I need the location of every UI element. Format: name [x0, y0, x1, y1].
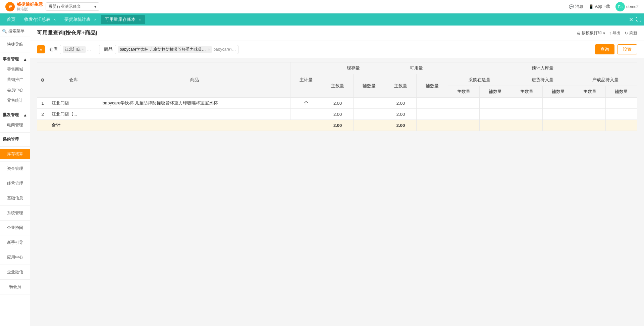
sidebar-item-retail-mall[interactable]: 零售商城 [0, 64, 30, 75]
sidebar-item-member[interactable]: 畅会员 [0, 282, 30, 292]
sidebar-section-wechat: 企业微信 [0, 265, 30, 280]
sidebar-header-wholesale[interactable]: 批发管理 ▲ [0, 110, 30, 120]
remove-warehouse-tag[interactable]: × [82, 47, 84, 51]
app-download-button[interactable]: 📱 App下载 [589, 4, 610, 9]
avatar: Ea [615, 2, 625, 11]
sidebar-item-newbie[interactable]: 新手引导 [0, 237, 30, 248]
th-purchase-transit: 采购在途量 [448, 74, 511, 86]
print-template-button[interactable]: 🖨 按模板打印 ▾ [576, 30, 605, 36]
query-button[interactable]: 查询 [595, 44, 614, 54]
product-label: 商品 [104, 46, 113, 52]
settings-icon[interactable]: ⚙ [41, 78, 45, 83]
product-filter-input[interactable]: babycare学饮杯 儿童防摔防撞吸管杯重力球吸嘴杯宝宝水杯 × babyca… [115, 45, 238, 54]
user-area[interactable]: Ea demo2 [615, 2, 639, 11]
warehouse-filter-input[interactable]: 江北门店 × ... [60, 45, 100, 54]
top-bar-right: 💬 消息 📱 App下载 Ea demo2 [569, 2, 639, 11]
filter-actions: 查询 设置 [595, 44, 637, 54]
app-icon: 📱 [589, 4, 594, 9]
refresh-button[interactable]: ↻ 刷新 [625, 30, 637, 36]
store-selector[interactable]: 母婴行业演示账套 ▾ [46, 2, 99, 11]
sidebar-quick-nav: 零售管理 快捷导航 [0, 37, 30, 52]
filter-group-warehouse: 仓库 江北门店 × ... [49, 45, 100, 54]
tab-close-order[interactable]: × [94, 17, 96, 21]
footer-available-main: 2.00 [385, 120, 417, 131]
sidebar-header-retail[interactable]: 零售管理 ▲ [0, 54, 30, 64]
tab-order-stats[interactable]: 要货单统计表 × [60, 15, 100, 24]
tab-receipt-summary[interactable]: 收发存汇总表 × [20, 15, 60, 24]
sidebar-section-operations: 经营管理 [0, 176, 30, 191]
sidebar-item-inventory[interactable]: 库存核算 [0, 149, 30, 159]
table-container: ⚙ 仓库 商品 主计量 现存量 可用量 预计入库量 主数量 辅数量 主数量 辅数… [30, 58, 644, 326]
search-icon: 🔍 [2, 29, 7, 34]
top-bar-left: 好 畅捷通好生意 标准版 母婴行业演示账套 ▾ [5, 2, 99, 11]
sidebar-item-members[interactable]: 会员中心 [0, 85, 30, 95]
warehouse-label: 仓库 [49, 46, 58, 52]
page-title: 可用量查询(按仓库+商品) [37, 30, 97, 41]
th-current-stock: 现存量 [322, 62, 385, 74]
th-planned-inbound: 预计入库量 [448, 62, 637, 74]
sidebar-section-apps: 应用中心 [0, 250, 30, 265]
th-product: 商品 [99, 62, 290, 98]
filter-group-product: 商品 babycare学饮杯 儿童防摔防撞吸管杯重力球吸嘴杯宝宝水杯 × bab… [104, 45, 238, 54]
footer-row: 合计 2.00 2.00 [37, 120, 637, 131]
sidebar-section-finance: 资金管理 [0, 161, 30, 176]
message-icon: 💬 [569, 4, 574, 9]
nav-controls: ✕ ⛶ [629, 16, 641, 23]
remove-product-tag[interactable]: × [208, 47, 210, 51]
sidebar-item-system[interactable]: 系统管理 [0, 208, 30, 218]
export-button[interactable]: ↑ 导出 [609, 30, 621, 36]
top-bar: 好 畅捷通好生意 标准版 母婴行业演示账套 ▾ 💬 消息 📱 App下载 Ea … [0, 0, 644, 13]
tab-close-receipt[interactable]: × [54, 17, 56, 21]
table-row: 2 江北门店【... 2.00 2.00 [37, 109, 637, 120]
table-row: 1 江北门店 babycare学饮杯 儿童防摔防撞吸管杯重力球吸嘴杯宝宝水杯 个… [37, 98, 637, 109]
th-warehouse: 仓库 [48, 62, 99, 98]
th-purchase-aux: 辅数量 [479, 86, 511, 98]
tab-close-available[interactable]: × [139, 17, 141, 21]
filter-area: » 仓库 江北门店 × ... 商品 babycare学饮杯 儿童防摔防撞吸管杯… [30, 41, 644, 58]
sidebar-section-newbie: 新手引导 [0, 235, 30, 250]
footer-current-main: 2.00 [322, 120, 354, 131]
close-all-button[interactable]: ✕ [629, 16, 633, 23]
print-icon: 🖨 [576, 31, 580, 36]
main-layout: 🔍 搜索菜单 零售管理 快捷导航 零售管理 ▲ 零售商城 营销推广 会员中心 零… [0, 26, 644, 326]
product-more[interactable]: babycare?... [213, 47, 235, 52]
logo-icon: 好 [5, 2, 15, 11]
sidebar-item-apps[interactable]: 应用中心 [0, 252, 30, 263]
warehouse-tag: 江北门店 × [63, 46, 86, 53]
sidebar-section-inventory: 库存核算 [0, 147, 30, 161]
sidebar-item-enterprise[interactable]: 企业协同 [0, 223, 30, 233]
sidebar-item-marketing[interactable]: 营销推广 [0, 75, 30, 85]
sidebar-section-retail: 零售管理 ▲ 零售商城 营销推广 会员中心 零售统计 [0, 52, 30, 108]
th-purchase-main: 主数量 [448, 86, 479, 98]
export-icon: ↑ [609, 31, 611, 36]
th-avail-aux: 辅数量 [417, 74, 448, 98]
th-current-main: 主数量 [322, 74, 354, 98]
sidebar-search[interactable]: 🔍 搜索菜单 [0, 26, 30, 37]
sidebar: 🔍 搜索菜单 零售管理 快捷导航 零售管理 ▲ 零售商城 营销推广 会员中心 零… [0, 26, 30, 326]
footer-label: 合计 [48, 120, 322, 131]
sidebar-item-ecommerce[interactable]: 电商管理 [0, 120, 30, 130]
logo-area: 好 畅捷通好生意 标准版 [5, 2, 43, 11]
expand-filter-button[interactable]: » [37, 45, 45, 53]
settings-button[interactable]: 设置 [617, 44, 637, 54]
sidebar-item-retail-stats[interactable]: 零售统计 [0, 95, 30, 106]
message-button[interactable]: 💬 消息 [569, 4, 583, 9]
sidebar-header-purchase[interactable]: 采购管理 [0, 135, 30, 144]
sidebar-item-basic[interactable]: 基础信息 [0, 193, 30, 203]
sidebar-item-quicknav[interactable]: 零售管理 快捷导航 [0, 39, 30, 50]
th-avail-main: 主数量 [385, 74, 417, 98]
sidebar-item-finance[interactable]: 资金管理 [0, 164, 30, 174]
th-unit: 主计量 [290, 62, 322, 98]
sidebar-item-wechat[interactable]: 企业微信 [0, 267, 30, 277]
warehouse-more[interactable]: ... [87, 47, 91, 52]
tab-home[interactable]: 首页 [3, 15, 19, 24]
sidebar-item-operations[interactable]: 经营管理 [0, 178, 30, 189]
tab-available-stock[interactable]: 可用量库存账本 × [101, 15, 145, 24]
chevron-icon: ▲ [23, 57, 27, 62]
fullscreen-button[interactable]: ⛶ [636, 16, 641, 23]
th-incoming-aux: 辅数量 [542, 86, 574, 98]
sidebar-section-wholesale: 批发管理 ▲ 电商管理 [0, 108, 30, 133]
chevron-icon-wholesale: ▲ [23, 113, 27, 118]
page-header-actions: 🖨 按模板打印 ▾ ↑ 导出 ↻ 刷新 [576, 30, 637, 40]
nav-tabs: 首页 收发存汇总表 × 要货单统计表 × 可用量库存账本 × ✕ ⛶ [0, 13, 644, 26]
